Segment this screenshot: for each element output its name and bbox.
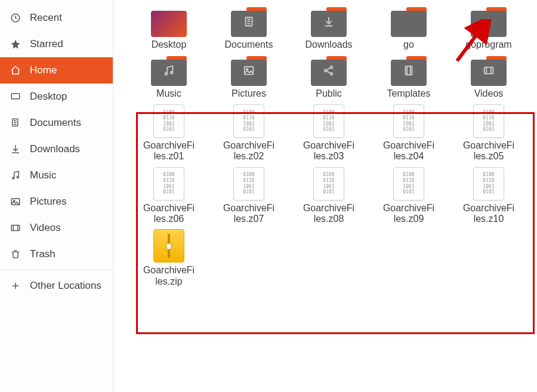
sidebar-item-desktop[interactable]: Desktop	[0, 84, 113, 110]
folder-documents[interactable]: Documents	[210, 6, 288, 50]
folder-icon	[471, 6, 507, 37]
file-goarchivefiles-z06[interactable]: 0100 0110 1001 0101GoarchiveFiles.z06	[130, 167, 208, 225]
sidebar-item-label: Home	[30, 64, 57, 76]
svg-point-13	[325, 70, 327, 72]
svg-rect-7	[11, 226, 20, 231]
sidebar-item-label: Pictures	[30, 196, 66, 208]
svg-point-14	[331, 66, 333, 69]
folder-goprogram[interactable]: goprogram	[450, 6, 527, 50]
sidebar-item-label: Downloads	[30, 143, 80, 155]
file-goarchivefiles-z10[interactable]: 0100 0110 1001 0101GoarchiveFiles.z10	[450, 167, 527, 225]
folder-label: Videos	[453, 88, 524, 99]
binary-file-icon: 0100 0110 1001 0101	[393, 104, 424, 138]
clock-icon	[10, 12, 21, 24]
home-icon	[10, 64, 21, 76]
binary-file-icon: 0100 0110 1001 0101	[153, 104, 184, 138]
sidebar-item-music[interactable]: Music	[0, 162, 113, 189]
file-label: GoarchiveFiles.z08	[293, 203, 365, 225]
plus-icon	[10, 280, 21, 292]
folder-label: Documents	[213, 39, 285, 50]
sidebar: Recent Starred Home Desktop Documents Do…	[0, 0, 113, 392]
file-goarchivefiles-zip[interactable]: GoarchiveFiles.zip	[130, 229, 208, 287]
binary-file-icon: 0100 0110 1001 0101	[313, 104, 344, 138]
file-label: GoarchiveFiles.z09	[373, 203, 445, 225]
file-goarchivefiles-z01[interactable]: 0100 0110 1001 0101GoarchiveFiles.z01	[130, 104, 208, 162]
file-goarchivefiles-z02[interactable]: 0100 0110 1001 0101GoarchiveFiles.z02	[210, 104, 288, 162]
sidebar-item-documents[interactable]: Documents	[0, 110, 113, 136]
file-label: GoarchiveFiles.z05	[453, 140, 524, 162]
folder-pictures[interactable]: Pictures	[210, 55, 288, 99]
binary-file-icon: 0100 0110 1001 0101	[233, 104, 264, 138]
sidebar-divider	[0, 270, 113, 270]
sidebar-item-label: Trash	[30, 248, 55, 260]
video-icon	[10, 222, 21, 234]
file-label: GoarchiveFiles.z03	[293, 140, 365, 162]
folder-label: Templates	[373, 88, 445, 99]
file-label: GoarchiveFiles.z02	[213, 140, 285, 162]
folder-public[interactable]: Public	[290, 55, 368, 99]
file-label: GoarchiveFiles.z07	[213, 203, 285, 225]
sidebar-item-videos[interactable]: Videos	[0, 215, 113, 241]
folder-icon	[231, 6, 267, 37]
sidebar-item-label: Desktop	[30, 91, 67, 103]
folder-icon	[311, 6, 347, 37]
folder-label: Public	[293, 88, 365, 99]
folder-icon	[391, 55, 427, 86]
folder-desktop[interactable]: Desktop	[130, 6, 208, 50]
sidebar-item-home[interactable]: Home	[0, 57, 113, 84]
file-goarchivefiles-z04[interactable]: 0100 0110 1001 0101GoarchiveFiles.z04	[370, 104, 448, 162]
trash-icon	[10, 248, 21, 260]
folder-downloads[interactable]: Downloads	[290, 6, 368, 50]
folder-music[interactable]: Music	[130, 55, 208, 99]
file-goarchivefiles-z08[interactable]: 0100 0110 1001 0101GoarchiveFiles.z08	[290, 167, 368, 225]
download-icon	[10, 143, 21, 155]
sidebar-item-pictures[interactable]: Pictures	[0, 189, 113, 215]
file-label: GoarchiveFiles.z10	[453, 203, 524, 225]
folder-label: goprogram	[453, 39, 524, 50]
svg-point-3	[13, 177, 14, 179]
file-view: DesktopDocumentsDownloadsgogoprogramMusi…	[113, 0, 537, 392]
file-label: GoarchiveFiles.zip	[133, 265, 205, 287]
file-label: GoarchiveFiles.z01	[133, 140, 205, 162]
folder-videos[interactable]: Videos	[450, 55, 527, 99]
sidebar-item-label: Music	[30, 169, 56, 181]
picture-icon	[10, 196, 21, 208]
svg-rect-1	[11, 94, 20, 99]
file-goarchivefiles-z09[interactable]: 0100 0110 1001 0101GoarchiveFiles.z09	[370, 167, 448, 225]
svg-point-9	[165, 73, 168, 75]
binary-file-icon: 0100 0110 1001 0101	[393, 167, 424, 200]
svg-point-10	[171, 72, 173, 74]
file-goarchivefiles-z07[interactable]: 0100 0110 1001 0101GoarchiveFiles.z07	[210, 167, 288, 225]
folder-label: Music	[133, 88, 205, 99]
sidebar-item-label: Starred	[30, 38, 63, 50]
file-goarchivefiles-z05[interactable]: 0100 0110 1001 0101GoarchiveFiles.z05	[450, 104, 527, 162]
folder-icon	[311, 55, 347, 86]
svg-rect-16	[406, 66, 412, 75]
file-label: GoarchiveFiles.z04	[373, 140, 445, 162]
folder-label: go	[373, 39, 445, 50]
sidebar-item-starred[interactable]: Starred	[0, 31, 113, 57]
sidebar-item-other-locations[interactable]: Other Locations	[0, 273, 113, 299]
folder-icon	[151, 55, 187, 86]
binary-file-icon: 0100 0110 1001 0101	[233, 167, 264, 200]
sidebar-item-downloads[interactable]: Downloads	[0, 136, 113, 162]
folder-icon	[391, 6, 427, 37]
star-icon	[10, 38, 21, 50]
sidebar-item-trash[interactable]: Trash	[0, 241, 113, 267]
binary-file-icon: 0100 0110 1001 0101	[313, 167, 344, 200]
sidebar-item-recent[interactable]: Recent	[0, 5, 113, 31]
svg-rect-11	[245, 67, 254, 75]
binary-file-icon: 0100 0110 1001 0101	[473, 104, 504, 138]
folder-go[interactable]: go	[370, 6, 448, 50]
folder-templates[interactable]: Templates	[370, 55, 448, 99]
file-goarchivefiles-z03[interactable]: 0100 0110 1001 0101GoarchiveFiles.z03	[290, 104, 368, 162]
folder-label: Desktop	[133, 39, 205, 50]
sidebar-item-label: Videos	[30, 222, 61, 234]
zip-icon	[153, 229, 184, 263]
svg-rect-19	[166, 243, 171, 249]
file-label: GoarchiveFiles.z06	[133, 203, 205, 225]
sidebar-item-label: Other Locations	[30, 280, 101, 292]
desktop-icon	[10, 91, 21, 103]
svg-point-15	[331, 73, 333, 75]
folder-label: Downloads	[293, 39, 365, 50]
